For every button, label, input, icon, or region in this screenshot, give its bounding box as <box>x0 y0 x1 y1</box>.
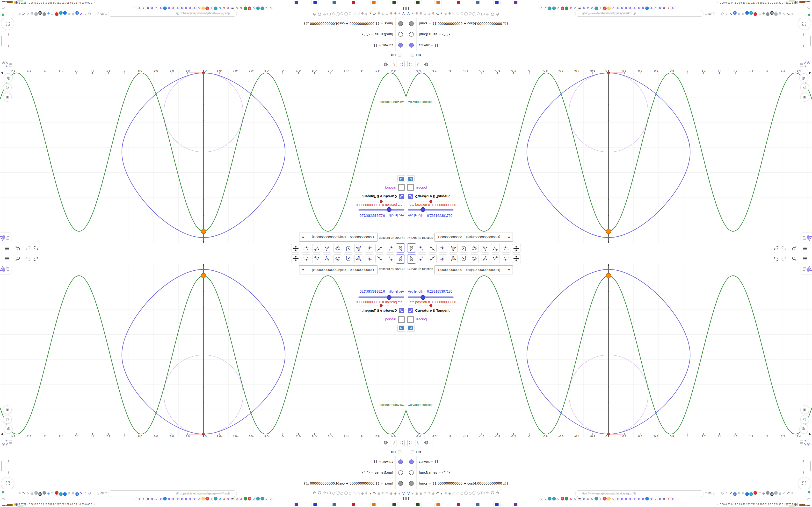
profile-menu[interactable]: ⋮ <box>808 12 811 16</box>
reflect-tool[interactable] <box>312 244 321 252</box>
redo-button[interactable] <box>24 255 32 262</box>
tab-leaf[interactable] <box>565 497 568 501</box>
algebra-expression[interactable]: curves = {} <box>419 44 439 48</box>
tab-geogebra[interactable]: ✿ <box>138 6 142 10</box>
graphics-stylebar-button[interactable] <box>801 233 812 243</box>
fullscreen-button[interactable] <box>1 477 14 490</box>
tab-wikipedia[interactable]: W <box>231 497 235 501</box>
zoom-out-icon[interactable] <box>800 74 808 82</box>
v-logo-icon[interactable]: V <box>401 491 406 496</box>
row-kebab-icon[interactable]: ⋮ <box>7 33 10 37</box>
tab-sphere[interactable] <box>552 497 556 501</box>
tab-geogebra[interactable]: ✿ <box>628 497 632 501</box>
reload-icon[interactable]: ↻ <box>720 11 724 16</box>
arc-icon[interactable] <box>423 491 427 495</box>
badger-icon[interactable]: ● <box>411 491 415 496</box>
hamburger-menu-icon[interactable] <box>3 245 11 252</box>
lock-icon[interactable] <box>312 490 317 495</box>
tab-geogebra[interactable]: ✿ <box>582 6 586 10</box>
folder-icon[interactable] <box>480 490 485 495</box>
move-tool[interactable] <box>396 255 405 264</box>
tab-yandex[interactable]: R <box>206 6 209 10</box>
tab-google[interactable]: G <box>239 6 243 10</box>
tab-google[interactable]: G <box>252 497 256 501</box>
ud-icon[interactable]: UD <box>38 492 42 496</box>
translate-blue-icon[interactable]: A <box>75 492 79 496</box>
capsule-icon[interactable] <box>737 12 741 17</box>
search-icon[interactable] <box>791 245 798 252</box>
tab-geogebra[interactable]: ✿ <box>641 6 645 10</box>
pin-camera[interactable] <box>331 502 338 507</box>
algebra-expression[interactable]: funcs = {1.000000000000 + cos(4.00000000… <box>304 22 393 26</box>
tab-google[interactable]: G <box>197 497 201 501</box>
tab-geogebra[interactable]: ✿ <box>226 497 230 501</box>
gear-icon[interactable] <box>423 61 430 67</box>
funcs-row[interactable]: funcs = {1.000000000000 + cos(4.00000000… <box>406 477 812 489</box>
shield-teal-icon[interactable]: ↓ <box>749 11 753 15</box>
angle-tool[interactable]: α <box>323 255 332 263</box>
arc-icon[interactable] <box>381 491 385 495</box>
tab-geogebra[interactable]: ✿ <box>671 497 675 501</box>
shield-icon[interactable] <box>317 12 322 17</box>
tab-yandex[interactable]: R <box>561 6 564 10</box>
arc-length-slider[interactable] <box>358 296 404 298</box>
graphics-view[interactable]: -2.4-2.2-2-1.8-1.6-1.4-1.2-1-0.8-0.6-0.4… <box>406 70 812 243</box>
tab-gear[interactable]: ⚙ <box>146 6 150 10</box>
home-icon[interactable] <box>3 93 12 102</box>
tab-leaf[interactable] <box>244 497 247 501</box>
tab-sphere[interactable] <box>595 497 598 501</box>
tab-google[interactable]: G <box>544 6 548 10</box>
globe-gray-icon[interactable]: ⊕ <box>778 491 782 496</box>
curves-row[interactable]: curves = {}⋮ <box>0 456 406 467</box>
algebra-expression[interactable]: funcs = {1.000000000000 + cos(4.00000000… <box>304 482 393 485</box>
tab-yandex[interactable]: R <box>603 6 607 10</box>
ice-red-icon[interactable] <box>753 12 757 17</box>
profile-menu[interactable]: ⋮ <box>808 491 811 495</box>
tab-sphere[interactable] <box>214 6 218 10</box>
tab-google[interactable]: G <box>569 6 573 10</box>
globe-icon[interactable]: ⊕ <box>415 491 419 496</box>
tab-geogebra[interactable]: ✿ <box>637 497 641 501</box>
pin-owl[interactable] <box>293 0 300 5</box>
visibility-toggle[interactable] <box>409 481 414 486</box>
collapse-button[interactable]: − <box>398 53 401 56</box>
redo-button[interactable] <box>780 255 788 262</box>
row-kebab-icon[interactable]: ⋮ <box>7 460 10 463</box>
zoom-out-icon[interactable] <box>4 74 12 82</box>
tab-info[interactable]: i <box>209 497 213 501</box>
globe-color-icon[interactable]: ⊕ <box>46 491 51 496</box>
arc-position-slider-handle[interactable] <box>429 304 433 307</box>
circle-gray-icon[interactable] <box>774 490 778 495</box>
tab-shield[interactable]: ◖ <box>133 6 137 10</box>
back-arrow-icon[interactable] <box>485 12 490 17</box>
globe-gray-icon[interactable]: ⊕ <box>778 11 782 16</box>
perpendicular-line-tool[interactable] <box>365 255 373 263</box>
firefox-icon[interactable]: ● <box>439 11 444 16</box>
line-tool[interactable] <box>428 244 437 252</box>
tab-chat[interactable] <box>645 6 649 10</box>
tab-wikipedia[interactable]: W <box>577 6 582 10</box>
translate-icon[interactable]: Ax <box>100 491 104 495</box>
tab-geogebra[interactable]: ✿ <box>175 6 180 10</box>
zoom-out-icon[interactable] <box>4 425 12 433</box>
thumb-icon[interactable] <box>26 12 30 17</box>
pin-firefox[interactable] <box>435 502 442 507</box>
move-graphics-tool[interactable] <box>291 244 300 252</box>
algebra-expression[interactable]: curves = {} <box>373 460 393 463</box>
thumb-icon[interactable] <box>782 491 786 495</box>
tab-gear[interactable]: ⚙ <box>662 497 666 501</box>
gear-outline-icon[interactable] <box>790 12 794 17</box>
tab-photos[interactable] <box>607 497 611 501</box>
tab-yandex[interactable]: R <box>248 6 252 10</box>
tab-google[interactable]: G <box>235 497 239 501</box>
algebra-expression[interactable]: funcNames = {" "} <box>362 33 393 37</box>
line-tool[interactable] <box>428 255 437 263</box>
gear-icon[interactable] <box>364 491 368 495</box>
tab-geogebra[interactable]: ✿ <box>624 6 628 10</box>
gear-icon[interactable] <box>741 12 745 17</box>
visibility-toggle[interactable] <box>398 481 403 486</box>
home-icon[interactable] <box>3 405 12 414</box>
ud-icon[interactable]: UD <box>38 11 42 15</box>
zoom-in-icon[interactable] <box>800 83 809 92</box>
line-tool[interactable] <box>375 244 384 252</box>
